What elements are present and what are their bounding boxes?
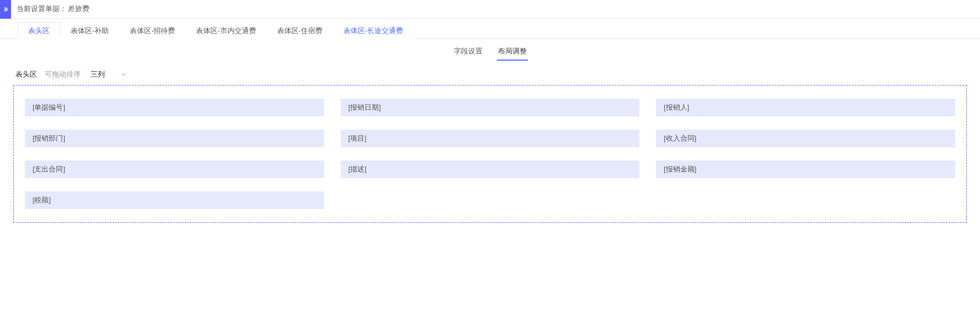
tab-body-city-transport[interactable]: 表体区-市内交通费 (186, 22, 266, 39)
subtab-layout-adjust[interactable]: 布局调整 (497, 47, 528, 61)
chevron-double-right-icon (2, 6, 9, 13)
field-reimburser[interactable]: [报销人] (656, 99, 955, 116)
main-tabs: 表头区 表体区-补助 表体区-招待费 表体区-市内交通费 表体区-住宿费 表体区… (0, 19, 980, 39)
field-doc-number[interactable]: [单据编号] (25, 99, 324, 116)
field-description[interactable]: [描述] (341, 160, 640, 178)
header-bar: 当前设置单据： 差旅费 (0, 0, 980, 19)
field-expense-contract[interactable]: [支出合同] (25, 160, 324, 178)
field-reimburse-dept[interactable]: [报销部门] (25, 130, 324, 147)
field-project[interactable]: [项目] (341, 130, 640, 147)
drag-hint-label: 可拖动排序 (45, 69, 81, 79)
columns-select[interactable]: 三列 (88, 68, 129, 81)
columns-select-value: 三列 (91, 69, 105, 79)
tab-body-entertainment[interactable]: 表体区-招待费 (119, 22, 186, 39)
field-grid: [单据编号] [报销日期] [报销人] [报销部门] [项目] [收入合同] [… (25, 99, 955, 209)
subtab-field-settings[interactable]: 字段设置 (453, 47, 484, 61)
sub-tabs: 字段设置 布局调整 (0, 41, 980, 61)
expand-collapse-button[interactable] (0, 0, 11, 19)
tab-header-area[interactable]: 表头区 (18, 22, 60, 39)
tab-body-lodging[interactable]: 表体区-住宿费 (267, 22, 333, 39)
field-reimburse-amount[interactable]: [报销金额] (656, 160, 955, 178)
field-tax-amount[interactable]: [税额] (25, 191, 324, 209)
current-setting-value: 差旅费 (68, 4, 89, 14)
tab-body-long-distance[interactable]: 表体区-长途交通费 (333, 22, 414, 39)
field-income-contract[interactable]: [收入合同] (656, 130, 955, 147)
tab-body-subsidy[interactable]: 表体区-补助 (60, 22, 119, 39)
field-reimburse-date[interactable]: [报销日期] (341, 99, 640, 116)
chevron-down-icon (120, 71, 127, 78)
current-setting-label: 当前设置单据： (17, 4, 67, 14)
layout-drop-area[interactable]: [单据编号] [报销日期] [报销人] [报销部门] [项目] [收入合同] [… (13, 85, 967, 223)
area-label: 表头区 (15, 69, 37, 79)
layout-controls: 表头区 可拖动排序 三列 (0, 64, 980, 85)
